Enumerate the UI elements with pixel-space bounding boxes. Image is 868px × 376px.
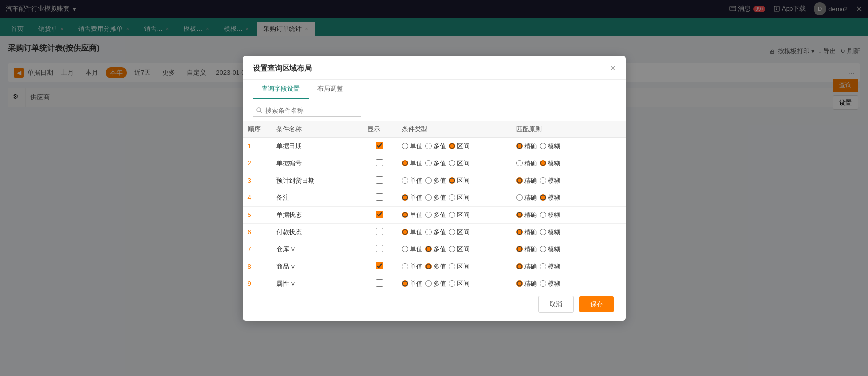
type-radio[interactable] [425,177,432,184]
type-radio[interactable] [449,280,455,287]
save-button[interactable]: 保存 [579,296,614,312]
type-radio-label[interactable]: 多值 [425,211,446,219]
match-radio[interactable] [540,212,546,218]
type-radio-label[interactable]: 区间 [449,176,470,185]
modal-tab-layout[interactable]: 布局调整 [309,80,352,99]
type-radio[interactable] [402,143,408,149]
type-radio-label[interactable]: 多值 [425,262,446,271]
match-radio[interactable] [516,194,523,201]
match-radio-label[interactable]: 精确 [516,262,537,271]
type-radio-label[interactable]: 单值 [402,211,422,219]
type-radio-label[interactable]: 单值 [402,262,422,271]
display-checkbox[interactable] [376,193,383,201]
type-radio[interactable] [449,160,455,166]
type-radio-label[interactable]: 多值 [425,245,446,254]
match-radio[interactable] [516,160,523,166]
match-radio[interactable] [516,280,523,287]
type-radio[interactable] [425,212,432,218]
type-radio[interactable] [449,177,455,184]
type-radio-label[interactable]: 多值 [425,279,446,288]
type-radio-label[interactable]: 区间 [449,159,470,168]
match-radio[interactable] [540,263,546,269]
display-checkbox[interactable] [376,142,383,149]
type-radio-label[interactable]: 区间 [449,228,470,237]
type-radio[interactable] [402,229,408,235]
display-checkbox[interactable] [376,211,383,218]
match-radio-label[interactable]: 精确 [516,279,537,288]
display-checkbox[interactable] [376,176,383,184]
type-radio[interactable] [449,246,455,252]
type-radio[interactable] [425,160,432,166]
match-radio[interactable] [540,160,546,166]
type-radio-label[interactable]: 单值 [402,159,422,168]
search-input[interactable] [265,107,354,114]
match-radio-label[interactable]: 模糊 [540,262,560,271]
match-radio-label[interactable]: 模糊 [540,159,560,168]
match-radio[interactable] [516,229,523,235]
display-checkbox[interactable] [376,245,383,252]
match-radio-label[interactable]: 模糊 [540,211,560,219]
match-radio-label[interactable]: 模糊 [540,176,560,185]
match-radio-label[interactable]: 模糊 [540,193,560,202]
type-radio-label[interactable]: 单值 [402,228,422,237]
match-radio-label[interactable]: 精确 [516,176,537,185]
display-checkbox[interactable] [376,279,383,287]
match-radio[interactable] [516,212,523,218]
type-radio-label[interactable]: 区间 [449,211,470,219]
match-radio-label[interactable]: 精确 [516,142,537,151]
type-radio[interactable] [449,212,455,218]
type-radio-label[interactable]: 区间 [449,142,470,151]
type-radio-label[interactable]: 多值 [425,159,446,168]
type-radio-label[interactable]: 区间 [449,245,470,254]
type-radio[interactable] [402,177,408,184]
match-radio-label[interactable]: 精确 [516,211,537,219]
type-radio[interactable] [402,194,408,201]
match-radio[interactable] [540,229,546,235]
type-radio-label[interactable]: 单值 [402,142,422,151]
match-radio[interactable] [516,263,523,269]
type-radio-label[interactable]: 单值 [402,176,422,185]
type-radio-label[interactable]: 多值 [425,193,446,202]
type-radio[interactable] [449,263,455,269]
type-radio[interactable] [425,143,432,149]
match-radio[interactable] [540,280,546,287]
type-radio[interactable] [425,229,432,235]
type-radio[interactable] [425,263,432,269]
type-radio[interactable] [449,229,455,235]
match-radio[interactable] [540,246,546,252]
match-radio[interactable] [540,177,546,184]
display-checkbox[interactable] [376,159,383,166]
display-checkbox[interactable] [376,262,383,269]
type-radio-label[interactable]: 多值 [425,142,446,151]
type-radio-label[interactable]: 多值 [425,228,446,237]
match-radio-label[interactable]: 模糊 [540,279,560,288]
type-radio[interactable] [402,246,408,252]
match-radio[interactable] [540,143,546,149]
type-radio-label[interactable]: 区间 [449,262,470,271]
match-radio[interactable] [516,143,523,149]
match-radio-label[interactable]: 精确 [516,159,537,168]
match-radio-label[interactable]: 模糊 [540,228,560,237]
match-radio-label[interactable]: 精确 [516,245,537,254]
match-radio[interactable] [540,194,546,201]
type-radio[interactable] [402,160,408,166]
type-radio-label[interactable]: 区间 [449,193,470,202]
type-radio[interactable] [449,194,455,201]
cancel-button[interactable]: 取消 [538,296,574,313]
type-radio[interactable] [402,212,408,218]
type-radio-label[interactable]: 单值 [402,193,422,202]
type-radio[interactable] [449,143,455,149]
type-radio-label[interactable]: 区间 [449,279,470,288]
display-checkbox[interactable] [376,228,383,235]
modal-close-button[interactable]: × [610,64,616,73]
type-radio[interactable] [425,246,432,252]
type-radio[interactable] [425,194,432,201]
type-radio-label[interactable]: 单值 [402,279,422,288]
type-radio-label[interactable]: 多值 [425,176,446,185]
match-radio[interactable] [516,246,523,252]
match-radio-label[interactable]: 精确 [516,193,537,202]
type-radio[interactable] [402,263,408,269]
type-radio[interactable] [402,280,408,287]
match-radio-label[interactable]: 精确 [516,228,537,237]
type-radio[interactable] [425,280,432,287]
